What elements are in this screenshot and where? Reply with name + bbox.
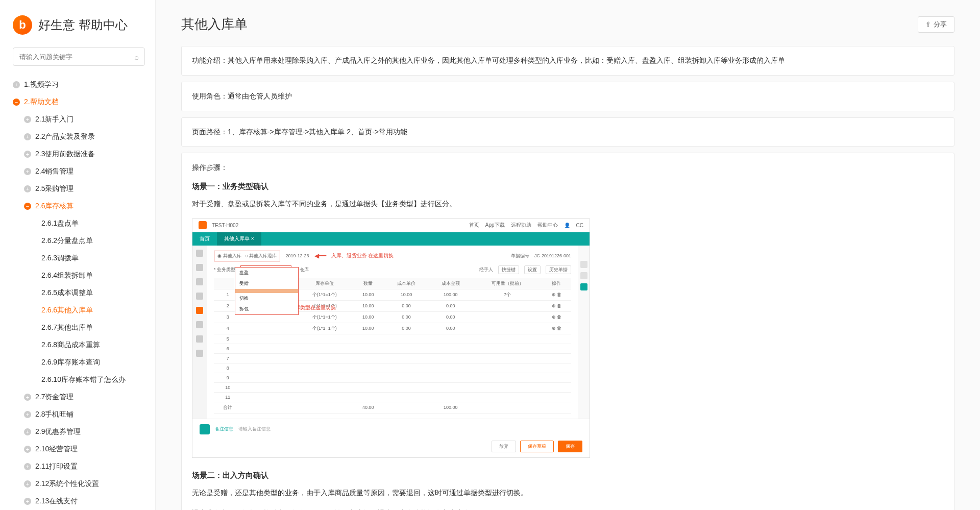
nav-2-13[interactable]: +2.13在线支付 <box>13 493 145 510</box>
nav-2-9[interactable]: +2.9优惠券管理 <box>13 423 145 441</box>
plus-icon: + <box>24 498 31 505</box>
search-box: ⌕ <box>13 47 145 66</box>
nav-2-5[interactable]: +2.5采购管理 <box>13 180 145 198</box>
sidebar: b 好生意 帮助中心 ⌕ +1.视频学习 −2.帮助文档 +2.1新手入门 +2… <box>0 0 156 510</box>
nav-2-6-3[interactable]: 2.6.3调拨单 <box>13 250 145 267</box>
nav-2-6-7[interactable]: 2.6.7其他出库单 <box>13 319 145 336</box>
nav-2-6-5[interactable]: 2.6.5成本调整单 <box>13 284 145 302</box>
ss-setting: 设置 <box>524 265 541 274</box>
ss-radio-group: ◉ 其他入库 ○ 其他入库退库 <box>214 251 280 261</box>
path-text: 1、库存核算->库存管理->其他入库单 2、首页->常用功能 <box>228 128 407 136</box>
nav-2-11[interactable]: +2.11打印设置 <box>13 458 145 475</box>
ss-company: TEST-H002 <box>212 223 238 228</box>
nav-2-7[interactable]: +2.7资金管理 <box>13 388 145 406</box>
ss-annotation1: 入库、退货业务 在这里切换 <box>331 252 394 259</box>
ss-cancel-button: 放弃 <box>492 441 516 452</box>
ss-topbar: TEST-H002 首页 App下载 远程协助 帮助中心 👤 CC <box>192 219 590 232</box>
plus-icon: + <box>24 394 31 401</box>
logo-text: 好生意 帮助中心 <box>38 17 128 33</box>
nav-2-6[interactable]: −2.6库存核算 <box>13 198 145 215</box>
cart-icon <box>196 264 203 271</box>
ss-tab-home: 首页 <box>192 232 217 246</box>
nav-2-8[interactable]: +2.8手机旺铺 <box>13 406 145 423</box>
logo: b 好生意 帮助中心 <box>13 15 145 35</box>
intro-box: 功能介绍：其他入库单用来处理除采购入库、产成品入库之外的其他入库业务，因此其他入… <box>181 46 954 76</box>
nav-2-6-9[interactable]: 2.6.9库存账本查询 <box>13 354 145 371</box>
nav-2-1[interactable]: +2.1新手入门 <box>13 111 145 128</box>
nav-2-6-4[interactable]: 2.6.4组装拆卸单 <box>13 267 145 284</box>
report-icon <box>196 293 203 300</box>
nav-2-6-1[interactable]: 2.6.1盘点单 <box>13 215 145 232</box>
home-icon <box>196 250 203 257</box>
scene2-desc1: 无论是受赠，还是其他类型的业务，由于入库商品质量等原因，需要退回，这时可通过单据… <box>192 487 944 499</box>
nav-2-6-8[interactable]: 2.6.8商品成本重算 <box>13 336 145 354</box>
plus-icon: + <box>24 463 31 470</box>
search-input[interactable] <box>13 47 145 66</box>
nav-2-2[interactable]: +2.2产品安装及登录 <box>13 128 145 145</box>
intro-text: 其他入库单用来处理除采购入库、产成品入库之外的其他入库业务，因此其他入库单可处理… <box>228 56 785 64</box>
ss-link-help: 帮助中心 <box>537 222 558 229</box>
arrow-icon: ◀━━ <box>314 252 326 259</box>
plus-icon: + <box>24 480 31 488</box>
ss-form: ◉ 其他入库 ○ 其他入库退库 2019-12-26 ◀━━ 入库、退货业务 在… <box>207 246 578 419</box>
plus-icon: + <box>24 168 31 175</box>
ss-link-home: 首页 <box>469 222 479 229</box>
store-icon <box>196 335 203 343</box>
ss-history: 历史单据 <box>546 265 571 274</box>
plus-icon: + <box>24 411 31 418</box>
ss-avatar-icon: 👤 <box>564 223 570 228</box>
ss-leftbar <box>192 246 207 419</box>
plus-icon: + <box>24 116 31 123</box>
ss-save-button: 保存 <box>558 441 582 452</box>
role-label: 使用角色： <box>192 92 228 100</box>
share-button[interactable]: ⇪分享 <box>918 16 954 33</box>
content-box: 操作步骤： 场景一：业务类型确认 对于受赠、盘盈或是拆装入库等不同的业务，是通过… <box>181 153 954 510</box>
nav-2-4[interactable]: +2.4销售管理 <box>13 163 145 180</box>
ss-shortcut: 快捷键 <box>498 265 519 274</box>
nav-2-12[interactable]: +2.12系统个性化设置 <box>13 475 145 493</box>
logo-icon: b <box>13 15 32 35</box>
finance-icon <box>196 321 203 328</box>
box-icon <box>196 278 203 285</box>
ss-date: 2019-12-26 <box>285 253 309 258</box>
page-title: 其他入库单 <box>181 15 248 33</box>
tool-icon <box>580 272 587 279</box>
intro-label: 功能介绍： <box>192 56 228 64</box>
ss-user: CC <box>576 223 583 228</box>
ss-draft-button: 保存草稿 <box>520 441 554 452</box>
plus-icon: + <box>24 428 31 435</box>
search-icon[interactable]: ⌕ <box>134 53 139 61</box>
ss-rightbar <box>578 246 590 419</box>
share-icon: ⇪ <box>925 20 931 28</box>
tool-icon <box>580 261 587 268</box>
ss-link-remote: 远程协助 <box>511 222 531 229</box>
ss-dropdown: 盘盈 受赠 切换 拆包 <box>235 267 299 315</box>
memo-icon <box>200 424 210 434</box>
role-box: 使用角色：通常由仓管人员维护 <box>181 82 954 111</box>
ss-tab-active: 其他入库单 × <box>217 232 261 246</box>
nav-2-3[interactable]: +2.3使用前数据准备 <box>13 145 145 163</box>
ss-footer: 备注信息 请输入备注信息 放弃 保存草稿 保存 <box>192 419 590 457</box>
tool-icon <box>580 283 587 290</box>
path-box: 页面路径：1、库存核算->库存管理->其他入库单 2、首页->常用功能 <box>181 117 954 147</box>
path-label: 页面路径： <box>192 128 228 136</box>
nav-tree: +1.视频学习 −2.帮助文档 +2.1新手入门 +2.2产品安装及登录 +2.… <box>13 76 145 510</box>
inventory-icon <box>196 307 203 314</box>
plus-icon: + <box>24 446 31 453</box>
nav-2-6-10[interactable]: 2.6.10库存账本错了怎么办 <box>13 371 145 388</box>
nav-2-10[interactable]: +2.10经营管理 <box>13 441 145 458</box>
plus-icon: + <box>24 185 31 192</box>
plus-icon: + <box>24 133 31 140</box>
setting-icon <box>196 350 203 357</box>
plus-icon: + <box>24 151 31 158</box>
nav-2-6-2[interactable]: 2.6.2分量盘点单 <box>13 232 145 250</box>
main-content: 其他入库单 ⇪分享 功能介绍：其他入库单用来处理除采购入库、产成品入库之外的其他… <box>156 0 980 510</box>
steps-label: 操作步骤： <box>192 163 944 173</box>
nav-help-docs[interactable]: −2.帮助文档 <box>13 93 145 111</box>
ss-logo-icon <box>199 221 207 229</box>
ss-tabs: 首页 其他入库单 × <box>192 232 590 246</box>
nav-2-6-6[interactable]: 2.6.6其他入库单 <box>13 302 145 319</box>
plus-icon: + <box>13 81 20 88</box>
embedded-screenshot: TEST-H002 首页 App下载 远程协助 帮助中心 👤 CC 首页 其他入… <box>192 218 590 458</box>
nav-video-learning[interactable]: +1.视频学习 <box>13 76 145 93</box>
